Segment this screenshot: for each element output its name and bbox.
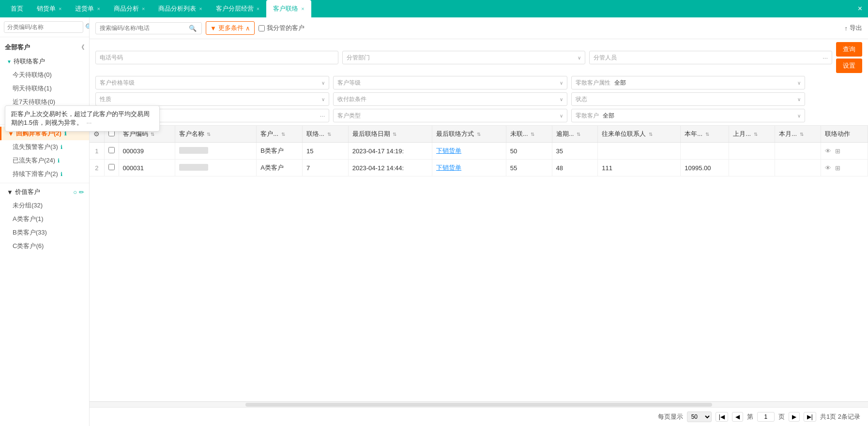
th-contact: 联络... ⇅ — [303, 126, 349, 143]
close-purchase-tab[interactable]: × — [97, 6, 100, 12]
filter-row-4: ··· 客户类型 ∨ 零散客户 全部 ∨ — [95, 109, 862, 122]
prev-page-btn[interactable]: ◀ — [732, 412, 743, 422]
sidebar-item-lost[interactable]: 已流失客户(24) ℹ — [0, 154, 89, 167]
sort-icon-thismonth[interactable]: ⇅ — [800, 132, 804, 137]
sidebar-all-customers[interactable]: 全部客户 《 — [0, 40, 89, 55]
status-field[interactable]: 状态 ∨ — [571, 92, 805, 106]
sort-icon-contact[interactable]: ⇅ — [327, 132, 331, 137]
nav-item-customer-tier[interactable]: 客户分层经营 × — [209, 0, 266, 17]
sidebar-item-unclassified[interactable]: 未分组(32) — [0, 199, 89, 212]
th-contact2: 往来单位联系人 ⇅ — [598, 126, 681, 143]
filter-rows: 电话号码 分管部门 ∨ 分管人员 ··· 查询 设置 客户价格等级 — [90, 39, 868, 126]
retail-attr-field[interactable]: 零散客户属性 全部 ∨ — [571, 76, 805, 89]
sort-icon-name[interactable]: ⇅ — [207, 132, 211, 137]
search-input[interactable] — [100, 25, 187, 31]
per-page-label: 每页显示 — [658, 412, 683, 421]
nav-item-purchase[interactable]: 进货单 × — [68, 0, 107, 17]
phone-field[interactable]: 电话号码 — [95, 51, 338, 64]
sidebar-search-button[interactable]: 🔍 — [85, 23, 90, 31]
top-navigation: 首页 销货单 × 进货单 × 商品分析 × 商品分析列表 × 客户分层经营 × … — [0, 0, 868, 17]
filter-row-3: 性质 ∨ 收付款条件 ∨ 状态 ∨ — [95, 92, 862, 106]
page-number-input[interactable] — [757, 412, 775, 422]
circle-icon[interactable]: ○ — [73, 189, 77, 196]
sort-icon-lastmonth[interactable]: ⇅ — [754, 132, 758, 137]
sidebar-item-a-class[interactable]: A类客户(1) — [0, 212, 89, 226]
last-page-btn[interactable]: ▶| — [804, 412, 816, 422]
sidebar-item-loss-warning[interactable]: 流失预警客户(3) ℹ — [0, 140, 89, 154]
sidebar-item-today[interactable]: 今天待联络(0) — [0, 68, 89, 82]
more-conditions-btn[interactable]: ▼ 更多条件 ∧ — [206, 21, 255, 35]
per-page-select[interactable]: 50 100 200 — [687, 411, 712, 422]
close-sales-tab[interactable]: × — [59, 6, 61, 12]
tooltip-more[interactable]: ··· — [90, 119, 91, 126]
row1-link-icon[interactable]: ⊞ — [835, 147, 840, 155]
sort-icon-lastmethod[interactable]: ⇅ — [477, 132, 481, 137]
sidebar-group-value[interactable]: ▼ 价值客户 ○ ✏ — [0, 185, 89, 199]
nav-item-home[interactable]: 首页 — [4, 0, 30, 17]
row2-eye-icon[interactable]: 👁 — [825, 164, 831, 172]
sidebar-group-pending[interactable]: ▼ 待联络客户 — [0, 55, 89, 68]
nav-item-customer-contact[interactable]: 客户联络 × — [266, 0, 311, 17]
first-page-btn[interactable]: |◀ — [716, 412, 728, 422]
payment-condition-field[interactable]: 收付款条件 ∨ — [333, 92, 567, 106]
row2-this-month — [775, 160, 821, 176]
price-level-field[interactable]: 客户价格等级 ∨ — [95, 76, 329, 89]
sidebar-search-input[interactable] — [4, 21, 83, 33]
row1-last-date: 2023-04-17 14:19: — [348, 143, 432, 160]
row2-link-icon[interactable]: ⊞ — [835, 164, 840, 172]
next-page-btn[interactable]: ▶ — [789, 412, 800, 422]
query-button[interactable]: 查询 — [836, 42, 862, 57]
close-customer-contact-tab[interactable]: × — [301, 6, 304, 12]
sort-icon-type[interactable]: ⇅ — [281, 132, 285, 137]
retail-customer-field[interactable]: 零散客户 全部 ∨ — [571, 109, 805, 122]
close-customer-tier-tab[interactable]: × — [257, 6, 259, 12]
sort-icon-overdue[interactable]: ⇅ — [577, 132, 580, 137]
nav-item-sales[interactable]: 销货单 × — [30, 0, 68, 17]
row2-action: 👁 ⊞ — [821, 160, 868, 176]
sort-icon-contact2[interactable]: ⇅ — [649, 132, 653, 137]
export-icon: ↑ — [845, 25, 848, 32]
customer-type-field[interactable]: 客户类型 ∨ — [333, 109, 567, 122]
sort-icon-thisyear[interactable]: ⇅ — [705, 132, 709, 137]
pagination-bar: 每页显示 50 100 200 |◀ ◀ 第 页 ▶ ▶| 共1页 2条记录 — [90, 407, 868, 426]
th-last-date: 最后联络日期 ⇅ — [348, 126, 432, 143]
my-customers-check[interactable] — [259, 25, 265, 31]
edit-icon[interactable]: ✏ — [79, 189, 84, 196]
chevron-down-icon3: ∨ — [560, 80, 563, 86]
row2-num: 2 — [90, 160, 104, 176]
sidebar-item-b-class[interactable]: B类客户(33) — [0, 226, 89, 239]
settings-button[interactable]: 设置 — [836, 59, 862, 73]
customer-level-field[interactable]: 客户等级 ∨ — [333, 76, 567, 89]
tooltip-box: 距客户上次交易时长，超过了此客户的平均交易周期的1.5倍，则视为异常。 ··· — [90, 105, 160, 132]
page-label: 第 — [747, 412, 753, 421]
close-product-analysis-tab[interactable]: × — [142, 6, 145, 12]
scroll-thumb[interactable] — [245, 403, 713, 407]
nature-field[interactable]: 性质 ∨ — [95, 92, 329, 106]
horizontal-scrollbar[interactable] — [90, 401, 868, 407]
export-button[interactable]: ↑ 导出 — [845, 24, 863, 32]
row2-code: 000031 — [119, 160, 175, 176]
close-product-list-tab[interactable]: × — [199, 6, 202, 12]
sidebar-item-tomorrow[interactable]: 明天待联络(1) — [0, 82, 89, 95]
row2-select-checkbox[interactable] — [108, 164, 115, 170]
nav-item-product-list[interactable]: 商品分析列表 × — [152, 0, 209, 17]
row1-contact2 — [598, 143, 681, 160]
row1-eye-icon[interactable]: 👁 — [825, 147, 831, 155]
sort-icon-uncontacted[interactable]: ⇅ — [531, 132, 534, 137]
sidebar-collapse-btn[interactable]: 《 — [78, 44, 84, 52]
sidebar-item-declining[interactable]: 持续下滑客户(2) ℹ — [0, 167, 89, 181]
search-input-container: 🔍 — [95, 22, 202, 34]
department-field[interactable]: 分管部门 ∨ — [342, 51, 585, 64]
row1-select-checkbox[interactable] — [108, 147, 115, 153]
close-all-tabs[interactable]: × — [858, 4, 862, 13]
nav-item-product-analysis[interactable]: 商品分析 × — [107, 0, 152, 17]
sort-icon-lastdate[interactable]: ⇅ — [393, 132, 396, 137]
info-icon4: ℹ — [61, 171, 62, 177]
table-row: 2 000031 A类客户 7 2023-04-12 14:44: — [90, 160, 868, 176]
sort-icon-code[interactable]: ⇅ — [151, 132, 154, 137]
row1-code: 000039 — [119, 143, 175, 160]
row2-uncontacted: 55 — [506, 160, 552, 176]
sidebar-item-c-class[interactable]: C类客户(6) — [0, 239, 89, 253]
manager-field[interactable]: 分管人员 ··· — [589, 51, 832, 64]
th-last-month: 上月... ⇅ — [729, 126, 775, 143]
